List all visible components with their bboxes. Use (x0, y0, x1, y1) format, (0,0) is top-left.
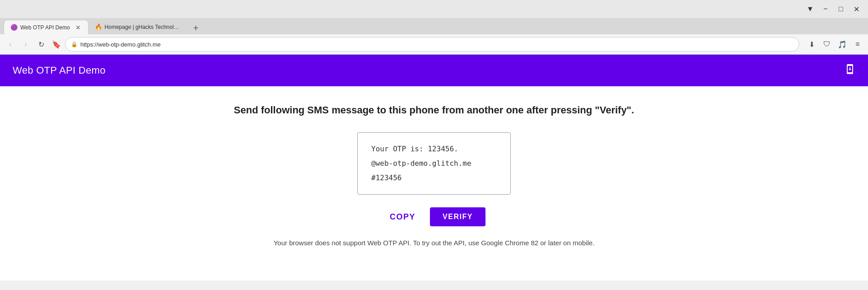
url-text: https://web-otp-demo.glitch.me (80, 41, 793, 48)
instruction-text: Send following SMS message to this phone… (234, 104, 634, 116)
app-title: Web OTP API Demo (13, 65, 106, 76)
download-button[interactable]: ⬇ (805, 37, 818, 51)
tab-title-2: Homepage | gHacks Technology News (105, 24, 182, 30)
tab-close-1[interactable]: ✕ (75, 24, 82, 31)
close-button[interactable]: ✕ (850, 3, 863, 15)
tab-ghacks[interactable]: 🔥 Homepage | gHacks Technology News (89, 20, 188, 34)
extensions-button[interactable]: ▼ (804, 3, 817, 15)
maximize-button[interactable]: □ (835, 3, 847, 15)
title-bar: ▼ − □ ✕ (0, 0, 868, 18)
reload-button[interactable]: ↻ (34, 37, 48, 51)
forward-button[interactable]: › (19, 37, 33, 51)
bookmark-button[interactable]: 🔖 (50, 37, 63, 51)
new-tab-button[interactable]: + (190, 22, 202, 34)
tab-web-otp[interactable]: 🟣 Web OTP API Demo ✕ (4, 20, 89, 34)
address-bar: ‹ › ↻ 🔖 🔒 https://web-otp-demo.glitch.me… (0, 34, 868, 54)
tab-favicon-1: 🟣 (10, 24, 18, 31)
notice-text: Your browser does not support Web OTP AP… (274, 239, 595, 247)
copy-button[interactable]: COPY (383, 208, 423, 226)
window-controls: ▼ − □ ✕ (804, 3, 863, 15)
media-button[interactable]: 🎵 (835, 37, 849, 51)
brave-shield-button[interactable]: 🛡 (820, 37, 834, 51)
lock-icon: 🔒 (71, 41, 78, 47)
verify-button[interactable]: VERIFY (430, 207, 485, 226)
tab-bar: 🟣 Web OTP API Demo ✕ 🔥 Homepage | gHacks… (0, 18, 868, 34)
tab-title-1: Web OTP API Demo (20, 24, 70, 31)
action-buttons: COPY VERIFY (383, 207, 485, 226)
app-header-icon (845, 64, 855, 77)
menu-button[interactable]: ≡ (851, 37, 864, 51)
browser-chrome: ▼ − □ ✕ 🟣 Web OTP API Demo ✕ 🔥 Homepage … (0, 0, 868, 55)
minimize-button[interactable]: − (819, 3, 832, 15)
page-content: Web OTP API Demo Send following SMS mess… (0, 55, 868, 281)
sms-box: Your OTP is: 123456. @web-otp-demo.glitc… (357, 132, 511, 195)
sms-line-2: @web-otp-demo.glitch.me #123456 (371, 156, 497, 185)
toolbar-right: ⬇ 🛡 🎵 ≡ (805, 37, 864, 51)
app-header: Web OTP API Demo (0, 55, 868, 86)
tab-favicon-2: 🔥 (95, 23, 102, 31)
back-button[interactable]: ‹ (4, 37, 17, 51)
sms-line-1: Your OTP is: 123456. (371, 142, 497, 156)
main-content: Send following SMS message to this phone… (0, 86, 868, 265)
address-input-wrapper[interactable]: 🔒 https://web-otp-demo.glitch.me (65, 37, 799, 51)
